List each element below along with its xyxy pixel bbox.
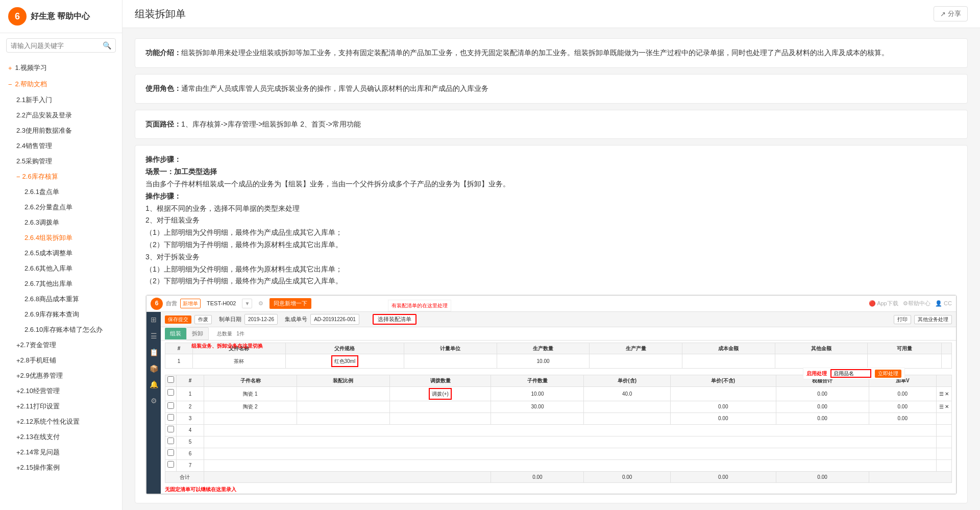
sidebar-item-sales[interactable]: 2.4销售管理: [0, 138, 122, 154]
top-bar: 组装拆卸单 ↗ 分享: [122, 0, 980, 28]
sub-r5-num: 5: [177, 436, 204, 448]
sidebar-item-video[interactable]: + 1.视频学习: [0, 60, 122, 76]
row1-action: [942, 354, 952, 368]
minus-icon-inventory: −: [16, 173, 20, 181]
row1-parent-spec: 红色30ml: [285, 354, 404, 368]
search-input[interactable]: [11, 42, 103, 50]
app-print-btn[interactable]: 打印: [894, 315, 911, 324]
sub-r3-price-inc: [584, 412, 671, 424]
path-text: 页面路径：1、库存核算->库存管理->组装拆卸单 2、首页->常用功能: [145, 118, 957, 131]
sub-r2-ratio: [297, 401, 389, 412]
sub-r3-qty: [491, 412, 584, 424]
sidebar-item-265[interactable]: 2.6.5成本调整单: [0, 246, 122, 261]
minus-icon: −: [8, 81, 12, 88]
sub-row1-check[interactable]: [167, 389, 174, 396]
main-area: 组装拆卸单 ↗ 分享 功能介绍：组装拆卸单用来处理企业组装或拆卸等加工业务，支持…: [122, 0, 980, 510]
sub-r3-price-exc: 0.00: [670, 412, 776, 424]
sidebar-item-28[interactable]: + 2.8手机旺铺: [0, 353, 122, 368]
sidebar-item-data[interactable]: 2.3使用前数据准备: [0, 123, 122, 138]
sidebar-item-212[interactable]: + 2.12系统个性化设置: [0, 414, 122, 429]
sidebar-item-install[interactable]: 2.2产品安装及登录: [0, 108, 122, 123]
sidebar-item-docs[interactable]: − 2.帮助文档: [0, 76, 122, 92]
sidebar-item-261[interactable]: 2.6.1盘点单: [0, 184, 122, 200]
app-more-btn[interactable]: 其他业务处理: [914, 315, 952, 324]
app-doc-type-badge: 新增单: [180, 299, 201, 308]
app-main-content: 保存提交 作废 制单日期 2019-12-26 集成单号 AD-20191226…: [161, 312, 956, 494]
sidebar-item-29[interactable]: + 2.9优惠券管理: [0, 368, 122, 383]
sub-th-num: #: [177, 375, 204, 386]
sidebar-item-263[interactable]: 2.6.3调拨单: [0, 215, 122, 230]
sidebar-item-269[interactable]: 2.6.9库存账本查询: [0, 307, 122, 322]
path-label: 页面路径：: [145, 120, 181, 128]
sub-row3-check[interactable]: [167, 414, 174, 421]
footer-empty1: [204, 471, 491, 482]
select-all-checkbox[interactable]: [167, 376, 174, 383]
sidebar-item-211[interactable]: + 2.11打印设置: [0, 399, 122, 414]
screenshot-container: 6 自营 新增单 TEST-H002 ▼ ⚙ 同意新增一下 🔴 App下载 ⚙帮…: [145, 295, 957, 495]
sidebar-item-215[interactable]: + 2.15操作案例: [0, 460, 122, 475]
step2-sub1: （1）上部明细为父件明细，最终作为产成品生成其它入库单；: [145, 227, 957, 239]
row1-spec-input[interactable]: 红色30ml: [331, 355, 359, 367]
sub-row4-check[interactable]: [167, 426, 174, 432]
app-confirm-btn: 同意新增一下: [270, 298, 311, 309]
app-sub-table-section: 启用处理 立即处理 # 子件名称: [161, 369, 956, 494]
annotation-4-row: 无固定清单可以继续在这里录入: [165, 485, 952, 494]
app-date-label: 制单日期: [219, 314, 241, 324]
sub-th-price-inc: 单价(含): [584, 375, 671, 386]
search-box[interactable]: 🔍: [6, 38, 116, 53]
sidebar-item-inventory[interactable]: − 2.6库存核算: [0, 169, 122, 184]
sub-table-footer: 合计 0.00 0.00 0.00 0.00: [165, 471, 952, 482]
sub-r1-name: 陶瓷 1: [204, 386, 297, 401]
step2: 2、对于组装业务: [145, 214, 957, 227]
sidebar-item-210[interactable]: + 2.10经营管理: [0, 383, 122, 399]
app-icon2: ☰: [151, 330, 157, 343]
sub-r3-addrow: 0.00: [869, 412, 936, 424]
app-top-table: # 父件名称 父件规格 计量单位 生产数量 生产产量 成本金额 其他金额: [165, 343, 952, 369]
app-type-tabs: 组装 拆卸: [165, 327, 209, 340]
sidebar-item-267[interactable]: 2.6.7其他出库单: [0, 276, 122, 292]
app-delete-btn[interactable]: 作废: [194, 315, 212, 324]
share-icon: ↗: [940, 10, 946, 18]
app-tab-disassemble[interactable]: 拆卸: [186, 327, 209, 340]
app-docno-val: AD-20191226-001: [310, 314, 359, 325]
sidebar-item-2610[interactable]: 2.6.10库存账本错了怎么办: [0, 322, 122, 337]
app-assembly-list-btn[interactable]: 选择装配清单: [373, 314, 416, 325]
sub-r1-addrow: 0.00: [869, 386, 936, 401]
sidebar-item-214[interactable]: + 2.14常见问题: [0, 445, 122, 460]
app-confirm-btn2[interactable]: 立即处理: [875, 370, 901, 378]
sidebar-item-purchase[interactable]: 2.5采购管理: [0, 154, 122, 169]
app-save-btn[interactable]: 保存提交: [165, 315, 191, 324]
sub-r1-alloc: 调拨(+): [389, 386, 491, 401]
app-enable-input[interactable]: [830, 369, 871, 378]
share-button[interactable]: ↗ 分享: [934, 6, 968, 21]
sub-r2-ops: ☰ ✕: [937, 401, 952, 412]
sub-row5-check[interactable]: [167, 438, 174, 444]
sidebar-item-266[interactable]: 2.6.6其他入库单: [0, 261, 122, 276]
sub-row7-check[interactable]: [167, 461, 174, 468]
sub-th-ops: [937, 375, 952, 386]
sub-r1-tax: 0.00: [776, 386, 869, 401]
sub-r3-tax: 0.00: [776, 412, 869, 424]
sidebar-item-262[interactable]: 2.6.2分量盘点单: [0, 200, 122, 215]
sub-th-child-qty: 子件数量: [491, 375, 584, 386]
sub-row6-check[interactable]: [167, 449, 174, 456]
sidebar-item-264[interactable]: 2.6.4组装拆卸单: [0, 230, 122, 246]
sub-row2-check[interactable]: [167, 402, 174, 409]
th-unit: 计量单位: [404, 343, 497, 354]
top-table-header-row: # 父件名称 父件规格 计量单位 生产数量 生产产量 成本金额 其他金额: [165, 343, 952, 354]
sub-row-3: 3 0.00 0.00 0.00: [165, 412, 952, 424]
row1-num: 1: [165, 354, 193, 368]
sidebar-item-268[interactable]: 2.6.8商品成本重算: [0, 292, 122, 307]
footer-qty-total: 0.00: [491, 471, 584, 482]
sidebar-item-27[interactable]: + 2.7资金管理: [0, 337, 122, 353]
sub-r1-alloc-val[interactable]: 调拨(+): [429, 388, 452, 400]
app-tab-assemble[interactable]: 组装: [165, 328, 186, 339]
annotation-text-4: 无固定清单可以继续在这里录入: [165, 485, 236, 494]
sidebar-item-213[interactable]: + 2.13在线支付: [0, 429, 122, 445]
annotation-text-3: 启用处理: [806, 371, 827, 376]
search-icon[interactable]: 🔍: [103, 41, 111, 50]
sub-r3-alloc: [389, 412, 491, 424]
th-parent-spec: 父件规格: [285, 343, 404, 354]
th-actions: [942, 343, 952, 354]
sidebar-item-newuser[interactable]: 2.1新手入门: [0, 92, 122, 108]
